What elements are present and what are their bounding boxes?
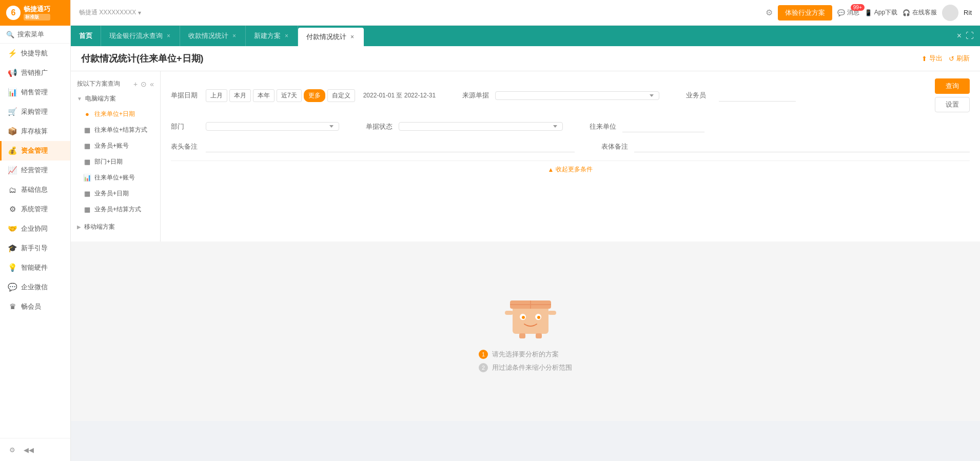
collapse-bar[interactable]: ▲ 收起更多条件 bbox=[171, 161, 970, 178]
sidebar-item-hardware[interactable]: 💡 智能硬件 bbox=[0, 258, 70, 277]
online-service-btn[interactable]: 🎧 在线客服 bbox=[903, 8, 937, 17]
tab-home[interactable]: 首页 bbox=[71, 26, 101, 46]
status-select[interactable] bbox=[399, 122, 563, 131]
basic-icon: 🗂 bbox=[8, 185, 17, 194]
empty-hint-2: 2 用过滤条件来缩小分析范围 bbox=[479, 363, 572, 372]
scheme-item-staff-settle[interactable]: ▦ 业务员+结算方式 bbox=[71, 202, 160, 217]
tab-close-all-icon[interactable]: × bbox=[957, 31, 962, 41]
sidebar-settings-icon[interactable]: ⚙ bbox=[6, 444, 18, 456]
source-label: 来源单据 bbox=[462, 91, 491, 100]
scheme-item-dept-date[interactable]: ▦ 部门+日期 bbox=[71, 154, 160, 170]
topbar: 畅捷通 XXXXXXXXX ▾ ⚙ 体验行业方案 💬 消息 99+ 📱 App下… bbox=[71, 0, 980, 26]
scheme-settings-icon[interactable]: ⊙ bbox=[141, 80, 147, 88]
scheme-item-unit-account[interactable]: 📊 往来单位+账号 bbox=[71, 170, 160, 186]
scheme-item-staff-date[interactable]: ▦ 业务员+日期 bbox=[71, 186, 160, 202]
scheme-mobile-title[interactable]: ▶ 移动端方案 bbox=[71, 219, 160, 234]
sidebar-item-vip[interactable]: ♛ 畅会员 bbox=[0, 297, 70, 316]
date-btn-custom[interactable]: 自定义 bbox=[327, 89, 355, 102]
operation-icon: 📈 bbox=[8, 166, 17, 175]
scheme-item-staff-account[interactable]: ▦ 业务员+账号 bbox=[71, 138, 160, 154]
scheme-item-unit-settle[interactable]: ▦ 往来单位+结算方式 bbox=[71, 122, 160, 138]
dept-select[interactable] bbox=[206, 122, 339, 131]
tab-close-new-scheme[interactable]: × bbox=[284, 31, 289, 41]
refresh-btn[interactable]: ↺ 刷新 bbox=[949, 54, 970, 63]
scheme-item-grid-icon-4: ▦ bbox=[83, 190, 91, 198]
scheme-sidebar: 按以下方案查询 + ⊙ « ▼ 电脑端方案 ● bbox=[71, 71, 161, 242]
date-btn-more[interactable]: 更多 bbox=[304, 89, 325, 102]
sidebar-item-quick[interactable]: ⚡ 快捷导航 bbox=[0, 44, 70, 63]
sales-icon: 📊 bbox=[8, 88, 17, 97]
status-chevron-icon bbox=[553, 125, 557, 128]
logo-icon: 6 bbox=[6, 6, 21, 20]
result-area: 1 请先选择要分析的方案 2 用过滤条件来缩小分析范围 bbox=[71, 242, 980, 421]
scheme-mobile-section: ▶ 移动端方案 bbox=[71, 219, 160, 234]
date-btn-this-month[interactable]: 本月 bbox=[229, 89, 251, 102]
app-download-btn[interactable]: 📱 App下载 bbox=[865, 8, 897, 17]
scheme-desktop-title[interactable]: ▼ 电脑端方案 bbox=[71, 91, 160, 106]
sidebar-item-enterprise[interactable]: 🤝 企业协同 bbox=[0, 219, 70, 238]
tab-bank[interactable]: 现金银行流水查询 × bbox=[101, 26, 180, 46]
tab-close-bank[interactable]: × bbox=[166, 31, 171, 41]
status-filter: 单据状态 bbox=[366, 122, 563, 131]
sidebar-item-purchase[interactable]: 🛒 采购管理 bbox=[0, 102, 70, 122]
sidebar-item-operation[interactable]: 📈 经营管理 bbox=[0, 161, 70, 180]
page-title: 付款情况统计(往来单位+日期) bbox=[81, 52, 204, 65]
trial-btn[interactable]: 体验行业方案 bbox=[778, 5, 832, 21]
empty-svg bbox=[500, 290, 561, 342]
tab-close-receipt[interactable]: × bbox=[231, 31, 237, 41]
tab-payment[interactable]: 付款情况统计 × bbox=[298, 28, 364, 46]
tab-receipt[interactable]: 收款情况统计 × bbox=[180, 26, 246, 46]
guide-icon: 🎓 bbox=[8, 244, 17, 253]
sidebar-item-guide[interactable]: 🎓 新手引导 bbox=[0, 238, 70, 258]
unit-input[interactable] bbox=[622, 121, 704, 132]
export-btn[interactable]: ⬆ 导出 bbox=[922, 54, 943, 63]
svg-point-6 bbox=[522, 316, 525, 319]
body-note-input[interactable] bbox=[634, 141, 970, 152]
sidebar: 6 畅捷通巧 标准版 🔍 搜索菜单 ⚡ 快捷导航 📢 营销推广 📊 销售管理 bbox=[0, 0, 71, 461]
source-filter: 来源单据 bbox=[462, 91, 659, 100]
sidebar-item-sales[interactable]: 📊 销售管理 bbox=[0, 83, 70, 102]
sidebar-item-basic[interactable]: 🗂 基础信息 bbox=[0, 180, 70, 199]
source-select[interactable] bbox=[495, 91, 659, 100]
refresh-icon: ↺ bbox=[949, 55, 954, 63]
svg-rect-10 bbox=[505, 311, 513, 315]
scheme-collapse-icon[interactable]: « bbox=[150, 80, 154, 88]
sidebar-item-marketing[interactable]: 📢 营销推广 bbox=[0, 63, 70, 83]
breadcrumb-chevron[interactable]: ▾ bbox=[138, 9, 141, 16]
scheme-item-grid-icon-3: ▦ bbox=[83, 158, 91, 166]
tab-close-payment[interactable]: × bbox=[349, 32, 355, 42]
sidebar-item-inventory[interactable]: 📦 库存核算 bbox=[0, 122, 70, 141]
topbar-gear-icon[interactable]: ⚙ bbox=[766, 8, 773, 17]
collapse-arrow-icon: ▲ bbox=[548, 166, 554, 173]
scheme-desktop-section: ▼ 电脑端方案 ● 往来单位+日期 ▦ 往来单位+结算方式 ▦ bbox=[71, 91, 160, 217]
tab-new-scheme[interactable]: 新建方案 × bbox=[246, 26, 298, 46]
sidebar-item-system[interactable]: ⚙ 系统管理 bbox=[0, 199, 70, 219]
svg-rect-11 bbox=[548, 311, 556, 315]
scheme-item-unit-date[interactable]: ● 往来单位+日期 bbox=[71, 106, 160, 122]
scheme-add-icon[interactable]: + bbox=[133, 80, 138, 88]
date-btn-last-month[interactable]: 上月 bbox=[206, 89, 227, 102]
sidebar-item-wechat[interactable]: 💬 企业微信 bbox=[0, 277, 70, 297]
app-logo: 6 畅捷通巧 标准版 bbox=[0, 0, 70, 26]
search-menu[interactable]: 🔍 搜索菜单 bbox=[0, 26, 70, 44]
content-area: 付款情况统计(往来单位+日期) ⬆ 导出 ↺ 刷新 按 bbox=[71, 46, 980, 461]
header-note-label: 表头备注 bbox=[171, 142, 200, 151]
setting-btn[interactable]: 设置 bbox=[935, 97, 970, 112]
scheme-header-icons: + ⊙ « bbox=[133, 80, 154, 88]
date-btn-7days[interactable]: 近7天 bbox=[277, 89, 302, 102]
sidebar-collapse-icon[interactable]: ◀◀ bbox=[23, 444, 35, 456]
header-note-input[interactable] bbox=[206, 141, 575, 152]
sidebar-item-finance[interactable]: 💰 资金管理 bbox=[0, 141, 70, 161]
tab-maximize-icon[interactable]: ⛶ bbox=[966, 31, 974, 41]
date-btn-this-year[interactable]: 本年 bbox=[253, 89, 275, 102]
staff-input[interactable] bbox=[719, 90, 796, 102]
inventory-icon: 📦 bbox=[8, 127, 17, 136]
body-note-label: 表体备注 bbox=[601, 142, 630, 151]
query-btn[interactable]: 查询 bbox=[935, 78, 970, 94]
message-btn[interactable]: 💬 消息 99+ bbox=[837, 8, 859, 17]
action-buttons: 查询 设置 bbox=[935, 78, 970, 112]
enterprise-icon: 🤝 bbox=[8, 224, 17, 233]
user-avatar[interactable] bbox=[942, 5, 958, 21]
sidebar-bottom: ⚙ ◀◀ bbox=[0, 438, 70, 461]
filter-area: 单据日期 上月 本月 本年 近7天 更多 自定义 2022-01-01 至 20… bbox=[161, 71, 980, 242]
